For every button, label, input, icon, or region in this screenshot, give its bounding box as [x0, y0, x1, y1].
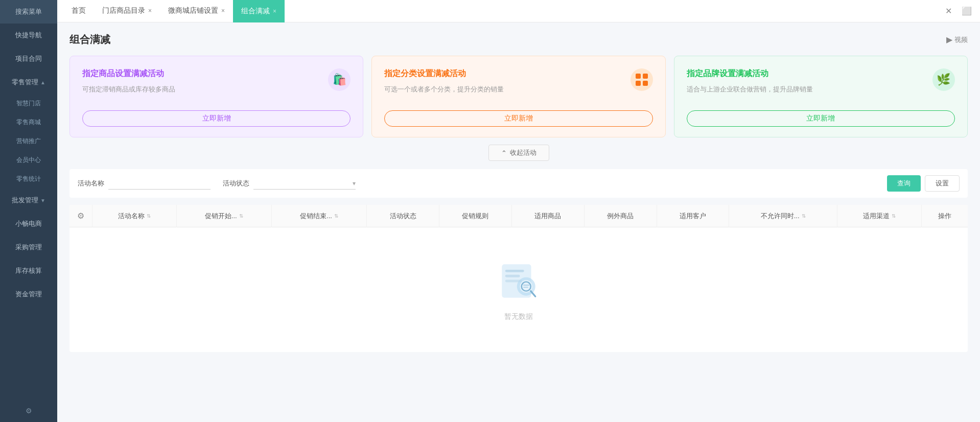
- chevron-up-icon: ▲: [40, 80, 45, 85]
- empty-state: 暂无数据: [69, 227, 968, 352]
- svg-rect-5: [505, 270, 524, 272]
- goods-card-title: 指定商品设置满减活动: [82, 68, 351, 79]
- category-card-title: 指定分类设置满减活动: [384, 68, 652, 79]
- activity-status-select[interactable]: ▾: [253, 178, 356, 190]
- tab-combo-discount[interactable]: 组合满减 ×: [233, 0, 285, 22]
- sidebar-item-label: 零售商城: [16, 118, 41, 127]
- th-applicable-customers: 适用客户: [657, 205, 729, 227]
- query-button[interactable]: 查询: [887, 175, 921, 192]
- brand-card-add-button[interactable]: 立即新增: [687, 110, 955, 127]
- dropdown-arrow-icon: ▾: [353, 180, 356, 187]
- th-promo-rule: 促销规则: [439, 205, 511, 227]
- sidebar-item-label: 零售管理: [12, 78, 38, 87]
- brand-card: 🌿 指定品牌设置满减活动 适合与上游企业联合做营销，提升品牌销量 立即新增: [674, 56, 968, 137]
- filter-actions: 查询 设置: [887, 175, 960, 192]
- activity-table: ⚙ 活动名称 ⇅ 促销开始... ⇅: [69, 205, 968, 352]
- th-activity-status: 活动状态: [367, 205, 439, 227]
- sort-icon: ⇅: [892, 213, 896, 219]
- activity-status-label: 活动状态: [223, 179, 249, 188]
- topbar-window-controls: ✕ ⬜: [941, 4, 974, 18]
- sidebar-item-inventory-calc[interactable]: 库存核算: [0, 259, 57, 283]
- sort-icon: ⇅: [239, 213, 243, 219]
- sidebar-item-retail-mall[interactable]: 零售商城: [0, 113, 57, 132]
- chevron-up-icon: ⌃: [501, 149, 507, 157]
- sidebar-item-retail-stats[interactable]: 零售统计: [0, 170, 57, 189]
- sidebar-item-purchase-management[interactable]: 采购管理: [0, 236, 57, 259]
- sidebar-item-project-contract[interactable]: 项目合同: [0, 47, 57, 71]
- tab-close-store-catalog[interactable]: ×: [148, 7, 152, 14]
- video-link[interactable]: ▶ 视频: [946, 35, 968, 44]
- gear-icon: ⚙: [77, 212, 84, 220]
- sidebar-item-label: 智慧门店: [16, 99, 41, 108]
- th-applicable-channel: 适用渠道 ⇅: [837, 205, 921, 227]
- collapse-activity-button[interactable]: ⌃ 收起活动: [488, 145, 549, 161]
- data-table: ⚙ 活动名称 ⇅ 促销开始... ⇅: [69, 205, 968, 352]
- goods-card: 🛍️ 指定商品设置满减活动 可指定滞销商品或库存较多商品 立即新增: [69, 56, 363, 137]
- activity-name-filter: 活动名称: [78, 177, 211, 190]
- goods-card-desc: 可指定滞销商品或库存较多商品: [82, 84, 351, 102]
- th-settings[interactable]: ⚙: [69, 205, 92, 227]
- goods-card-icon: 🛍️: [328, 68, 351, 91]
- tab-home[interactable]: 首页: [63, 0, 94, 22]
- empty-state-icon: [493, 258, 544, 304]
- th-promo-start: 促销开始... ⇅: [176, 205, 271, 227]
- sidebar-item-search-menu[interactable]: 搜索菜单: [0, 0, 57, 24]
- tab-close-wechat-settings[interactable]: ×: [221, 7, 225, 14]
- activity-cards: 🛍️ 指定商品设置满减活动 可指定滞销商品或库存较多商品 立即新增 指定分类设置…: [69, 56, 968, 137]
- svg-rect-2: [636, 81, 641, 86]
- sidebar-item-wholesale-management[interactable]: 批发管理 ▼: [0, 189, 57, 212]
- svg-rect-3: [643, 81, 648, 86]
- sidebar-item-label: 库存核算: [15, 266, 42, 275]
- sidebar-item-xiaochangec[interactable]: 小畅电商: [0, 212, 57, 236]
- sidebar-item-label: 批发管理: [12, 196, 38, 205]
- sidebar-item-label: 营销推广: [16, 137, 41, 146]
- th-operations: 操作: [922, 205, 968, 227]
- page-content-area: 组合满减 ▶ 视频 🛍️ 指定商品设置满减活动 可指定滞销商品或库存较多商品 立…: [57, 22, 980, 422]
- tab-close-combo-discount[interactable]: ×: [273, 8, 276, 15]
- close-window-button[interactable]: ✕: [941, 4, 955, 18]
- sidebar-item-marketing[interactable]: 营销推广: [0, 132, 57, 151]
- main-content: 首页 门店商品目录 × 微商城店铺设置 × 组合满减 × ✕ ⬜ 组合满减: [57, 0, 980, 422]
- goods-card-add-button[interactable]: 立即新增: [82, 110, 351, 127]
- table-body: 暂无数据: [69, 227, 968, 353]
- filter-row: 活动名称 活动状态 ▾ 查询 设置: [69, 169, 968, 198]
- sidebar-item-label: 零售统计: [16, 175, 41, 183]
- sidebar-item-label: 小畅电商: [15, 219, 42, 228]
- th-applicable-goods: 适用商品: [511, 205, 584, 227]
- category-card-add-button[interactable]: 立即新增: [384, 110, 652, 127]
- setting-button[interactable]: 设置: [925, 175, 960, 192]
- maximize-window-button[interactable]: ⬜: [960, 4, 974, 18]
- sidebar-item-quick-nav[interactable]: 快捷导航: [0, 24, 57, 47]
- page-title-row: 组合满减 ▶ 视频: [69, 33, 968, 46]
- sort-icon: ⇅: [802, 213, 806, 219]
- collapse-bar: ⌃ 收起活动: [69, 145, 968, 161]
- svg-rect-0: [636, 74, 641, 79]
- svg-rect-1: [643, 74, 648, 79]
- sidebar-item-label: 会员中心: [16, 156, 41, 165]
- activity-name-input[interactable]: [108, 177, 211, 190]
- sidebar-item-smart-store[interactable]: 智慧门店: [0, 94, 57, 113]
- sort-icon: ⇅: [334, 213, 338, 219]
- sidebar-settings-icon[interactable]: ⚙: [0, 400, 57, 422]
- brand-card-icon: 🌿: [932, 68, 955, 91]
- sidebar-item-label: 搜索菜单: [15, 7, 42, 16]
- tab-wechat-settings[interactable]: 微商城店铺设置 ×: [160, 0, 233, 22]
- activity-name-label: 活动名称: [78, 179, 104, 188]
- sidebar-item-label: 快捷导航: [15, 31, 42, 40]
- th-excluded-goods: 例外商品: [584, 205, 657, 227]
- category-card: 指定分类设置满减活动 可选一个或者多个分类，提升分类的销量 立即新增: [371, 56, 665, 137]
- th-promo-end: 促销结束... ⇅: [271, 205, 366, 227]
- sidebar-item-label: 采购管理: [15, 243, 42, 252]
- th-no-concurrent: 不允许同时... ⇅: [729, 205, 837, 227]
- sidebar-item-retail-management[interactable]: 零售管理 ▲: [0, 71, 57, 94]
- svg-rect-6: [505, 275, 520, 277]
- empty-state-text: 暂无数据: [504, 312, 533, 321]
- sidebar-item-member-center[interactable]: 会员中心: [0, 151, 57, 170]
- brand-card-title: 指定品牌设置满减活动: [687, 68, 955, 79]
- sort-icon: ⇅: [147, 213, 151, 219]
- tab-store-catalog[interactable]: 门店商品目录 ×: [94, 0, 160, 22]
- page-title: 组合满减: [69, 33, 110, 46]
- sidebar: 搜索菜单 快捷导航 项目合同 零售管理 ▲ 智慧门店 零售商城 营销推广 会员中…: [0, 0, 57, 422]
- sidebar-item-funds-management[interactable]: 资金管理: [0, 283, 57, 306]
- activity-status-filter: 活动状态 ▾: [223, 178, 356, 190]
